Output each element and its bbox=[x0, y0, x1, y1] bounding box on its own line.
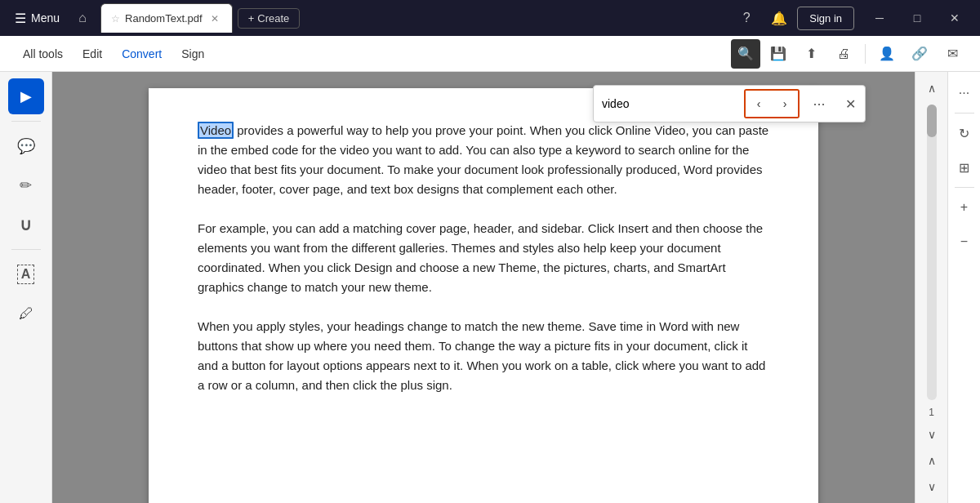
curve-tool[interactable]: ∪ bbox=[8, 207, 44, 243]
user-button[interactable]: 👤 bbox=[872, 39, 902, 69]
tool-divider-2 bbox=[11, 249, 41, 250]
search-bar: ‹ › ··· ✕ bbox=[593, 85, 866, 122]
active-tab[interactable]: ☆ RandomText.pdf ✕ bbox=[100, 3, 233, 33]
print-icon: 🖨 bbox=[837, 47, 850, 61]
search-nav-group: ‹ › bbox=[744, 89, 800, 118]
create-label: Create bbox=[257, 12, 289, 24]
left-sidebar: ▶ 💬 ✏ ∪ A 🖊 bbox=[0, 72, 52, 503]
menu-label: Menu bbox=[31, 11, 60, 24]
zoom-out-icon: − bbox=[960, 234, 968, 249]
highlighted-word: Video bbox=[198, 122, 234, 139]
convert-menu[interactable]: Convert bbox=[112, 42, 172, 65]
help-button[interactable]: ? bbox=[732, 3, 761, 33]
search-input[interactable] bbox=[602, 91, 733, 117]
help-icon: ? bbox=[743, 11, 751, 25]
far-right-divider-1 bbox=[955, 113, 974, 114]
comment-tool[interactable]: 💬 bbox=[8, 128, 44, 164]
home-button[interactable]: ⌂ bbox=[68, 3, 97, 33]
search-toolbar-button[interactable]: 🔍 bbox=[731, 39, 760, 69]
scroll-track[interactable] bbox=[927, 105, 937, 400]
toolbar: All tools Edit Convert Sign 🔍 💾 ⬆ 🖨 👤 🔗 … bbox=[0, 36, 980, 72]
highlight-icon: 🖊 bbox=[19, 305, 33, 323]
select-icon: ▶ bbox=[20, 87, 32, 105]
page-down-button[interactable]: ∨ bbox=[919, 474, 945, 500]
curve-icon: ∪ bbox=[20, 215, 32, 234]
search-next-button[interactable]: › bbox=[772, 91, 798, 117]
rotate-icon: ↻ bbox=[959, 126, 969, 141]
text-select-icon: A bbox=[17, 265, 35, 284]
maximize-icon: □ bbox=[914, 11, 920, 24]
sign-menu[interactable]: Sign bbox=[172, 42, 214, 65]
pdf-content: Video provides a powerful way to help yo… bbox=[198, 121, 769, 395]
scroll-thumb[interactable] bbox=[927, 105, 937, 137]
close-icon: ✕ bbox=[950, 11, 960, 24]
more-icon: ··· bbox=[959, 86, 969, 100]
more-options-button[interactable]: ··· bbox=[950, 78, 979, 108]
scroll-down-icon: ∨ bbox=[928, 428, 936, 441]
save-icon: 💾 bbox=[770, 46, 786, 61]
rotate-button[interactable]: ↻ bbox=[950, 118, 979, 148]
content-area[interactable]: ‹ › ··· ✕ Video provides a powerful way … bbox=[52, 72, 915, 503]
close-button[interactable]: ✕ bbox=[936, 0, 973, 36]
notification-button[interactable]: 🔔 bbox=[764, 3, 794, 33]
comment-icon: 💬 bbox=[17, 137, 35, 155]
search-next-icon: › bbox=[783, 97, 787, 110]
tab-area: ☆ RandomText.pdf ✕ + Create bbox=[100, 0, 732, 36]
search-close-button[interactable]: ✕ bbox=[835, 89, 865, 118]
maximize-button[interactable]: □ bbox=[898, 0, 936, 36]
title-bar: ☰ Menu ⌂ ☆ RandomText.pdf ✕ + Create ? 🔔… bbox=[0, 0, 980, 36]
search-input-wrap bbox=[594, 91, 741, 117]
title-bar-actions: ? 🔔 Sign in bbox=[732, 3, 854, 33]
email-button[interactable]: ✉ bbox=[938, 39, 967, 69]
all-tools-menu[interactable]: All tools bbox=[13, 42, 73, 65]
create-button[interactable]: + Create bbox=[238, 8, 301, 29]
sign-in-button[interactable]: Sign in bbox=[797, 7, 854, 30]
far-right-panel: ··· ↻ ⊞ + − bbox=[947, 72, 980, 503]
toolbar-right: 🔍 💾 ⬆ 🖨 👤 🔗 ✉ bbox=[731, 39, 967, 69]
upload-icon: ⬆ bbox=[806, 46, 817, 61]
save-button[interactable]: 💾 bbox=[764, 39, 793, 69]
link-icon: 🔗 bbox=[911, 46, 928, 61]
email-icon: ✉ bbox=[947, 46, 958, 61]
create-plus-icon: + bbox=[248, 12, 255, 24]
pdf-page: Video provides a powerful way to help yo… bbox=[149, 88, 818, 503]
print-button[interactable]: 🖨 bbox=[829, 39, 858, 69]
select-tool[interactable]: ▶ bbox=[8, 78, 44, 114]
page-down-icon: ∨ bbox=[928, 480, 936, 493]
tab-close-button[interactable]: ✕ bbox=[207, 11, 222, 26]
upload-button[interactable]: ⬆ bbox=[796, 39, 826, 69]
highlight-tool[interactable]: 🖊 bbox=[8, 296, 44, 332]
main-area: ▶ 💬 ✏ ∪ A 🖊 ‹ bbox=[0, 72, 980, 503]
home-icon: ⌂ bbox=[78, 11, 87, 25]
zoom-out-button[interactable]: − bbox=[950, 227, 979, 256]
edit-menu[interactable]: Edit bbox=[73, 42, 112, 65]
tools2-button[interactable]: ⊞ bbox=[950, 153, 979, 182]
link-button[interactable]: 🔗 bbox=[905, 39, 934, 69]
search-icon: 🔍 bbox=[737, 46, 754, 61]
paragraph-3: When you apply styles, your headings cha… bbox=[198, 317, 769, 395]
minimize-button[interactable]: ─ bbox=[861, 0, 898, 36]
paragraph-2: For example, you can add a matching cove… bbox=[198, 219, 769, 297]
zoom-in-button[interactable]: + bbox=[950, 193, 979, 222]
scroll-up-button[interactable]: ∧ bbox=[919, 75, 945, 101]
hamburger-icon: ☰ bbox=[15, 11, 26, 26]
tab-title: RandomText.pdf bbox=[125, 12, 203, 24]
scroll-up-icon: ∧ bbox=[928, 82, 936, 95]
page-up-button[interactable]: ∧ bbox=[919, 447, 945, 474]
window-controls: ─ □ ✕ bbox=[861, 0, 973, 36]
search-prev-icon: ‹ bbox=[757, 97, 761, 110]
search-prev-button[interactable]: ‹ bbox=[746, 91, 772, 117]
pen-tool[interactable]: ✏ bbox=[8, 167, 44, 203]
text-select-tool[interactable]: A bbox=[8, 256, 44, 292]
menu-button[interactable]: ☰ Menu bbox=[7, 7, 68, 29]
minimize-icon: ─ bbox=[875, 11, 884, 24]
user-icon: 👤 bbox=[879, 46, 895, 61]
bell-icon: 🔔 bbox=[771, 11, 787, 26]
tab-star-icon: ☆ bbox=[111, 13, 120, 24]
para1-rest: provides a powerful way to help you prov… bbox=[198, 123, 768, 196]
page-up-icon: ∧ bbox=[928, 454, 936, 467]
far-right-divider-2 bbox=[955, 187, 974, 188]
search-more-button[interactable]: ··· bbox=[804, 89, 834, 118]
search-close-icon: ✕ bbox=[845, 96, 856, 112]
scroll-down-button[interactable]: ∨ bbox=[919, 421, 945, 447]
